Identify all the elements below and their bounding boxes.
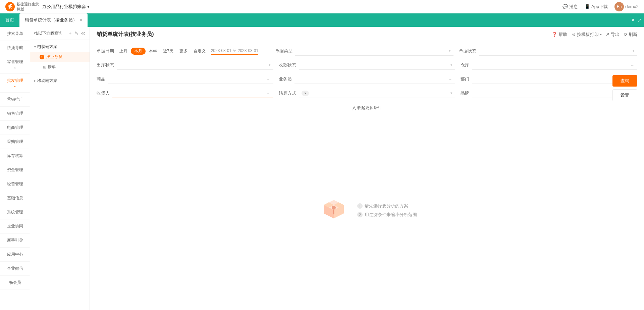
tag-close-icon[interactable]: × — [304, 91, 306, 95]
sidebar-item-wechat[interactable]: 企业微信 — [0, 262, 30, 276]
doc-type-arrow: ▾ — [449, 49, 451, 53]
sidebar-item-operations[interactable]: 经营管理 — [0, 177, 30, 191]
filter-row-3: 商品 ··· 业务员 ··· — [97, 74, 637, 84]
left-panel: 按以下方案查询 ＋ ✎ ≪ ▾ 电脑端方案 ● 按业务员 ⊞ 按单 — [30, 27, 90, 310]
tab-bar: 首页 销货单统计表（按业务员） × × ⤢ — [0, 13, 644, 27]
date-btn-more[interactable]: 更多 — [177, 48, 190, 55]
empty-tip-1: 1 请先选择要分析的方案 — [357, 203, 417, 209]
app-download-button[interactable]: 📱 App下载 — [585, 4, 608, 10]
tab-home[interactable]: 首页 — [0, 13, 19, 27]
refresh-button[interactable]: ↺ 刷新 — [624, 32, 637, 38]
top-bar: 畅 畅捷通好生意 标版 办公用品行业模拟账套 ▾ 💬 消息 📱 App下载 Ea… — [0, 0, 644, 13]
query-button[interactable]: 查询 — [612, 75, 637, 87]
date-btn-this-month[interactable]: 本月 — [131, 48, 146, 55]
date-btn-last-month[interactable]: 上月 — [117, 48, 130, 55]
goods-filter: 商品 ··· — [97, 74, 273, 84]
sub-item-icon: ⊞ — [43, 65, 46, 69]
sidebar-item-apps[interactable]: 应用中心 — [0, 248, 30, 262]
sidebar-item-ecommerce[interactable]: 电商管理 — [0, 121, 30, 135]
receiver-input[interactable]: ··· — [112, 89, 273, 98]
sidebar-item-enterprise[interactable]: 企业协同 — [0, 219, 30, 234]
goods-select[interactable]: ··· — [108, 74, 273, 84]
doc-type-label: 单据类型 — [275, 48, 292, 54]
sidebar-item-basic-info[interactable]: 基础信息 — [0, 191, 30, 205]
filter-row-4: 收货人 ··· 结算方式 × — [97, 89, 637, 98]
collapse-bar[interactable]: ⋀ 收起更多条件 — [90, 102, 644, 113]
doc-status-filter: 单据状态 ▾ — [459, 46, 637, 56]
tab-sales-stats[interactable]: 销货单统计表（按业务员） × — [19, 13, 88, 27]
logo-area: 畅 畅捷通好生意 标版 — [5, 2, 39, 11]
refresh-icon: ↺ — [624, 32, 627, 37]
export-button[interactable]: ↗ 导出 — [606, 32, 620, 38]
doc-status-select[interactable]: ▾ — [479, 46, 637, 56]
empty-illustration — [317, 195, 351, 228]
sidebar-item-finance[interactable]: 资金管理 — [0, 163, 30, 177]
doc-status-arrow: ▾ — [633, 49, 635, 53]
collapse-panel-icon[interactable]: ≪ — [80, 31, 86, 36]
settle-method-tag: × — [302, 91, 309, 96]
salesman-select[interactable]: ··· — [294, 74, 455, 84]
settings-button[interactable]: 设置 — [612, 89, 637, 101]
data-area: 1 请先选择要分析的方案 2 用过滤条件来缩小分析范围 — [90, 113, 644, 310]
collapse-button[interactable]: ⋀ 收起更多条件 — [353, 105, 381, 111]
goods-label: 商品 — [97, 76, 105, 82]
brand-filter: 品牌 ··· — [461, 89, 637, 98]
warehouse-dots: ··· — [631, 62, 635, 68]
date-btn-7days[interactable]: 近7天 — [160, 48, 176, 55]
print-button[interactable]: 🖨 按模板打印 ▾ — [571, 32, 602, 38]
date-btn-this-year[interactable]: 本年 — [146, 48, 160, 55]
user-menu[interactable]: Ea demo2 — [614, 2, 639, 11]
date-btn-custom[interactable]: 自定义 — [191, 48, 208, 55]
svg-point-5 — [332, 206, 336, 210]
scheme-item-order[interactable]: ⊞ 按单 — [30, 62, 90, 72]
scheme-group-desktop-header[interactable]: ▾ 电脑端方案 — [30, 42, 90, 52]
salesman-label: 业务员 — [279, 76, 292, 82]
page-header-actions: ❓ 帮助 🖨 按模板打印 ▾ ↗ 导出 ↺ 刷新 — [552, 32, 637, 42]
date-buttons: 上月 本月 本年 近7天 更多 自定义 — [117, 48, 208, 55]
message-button[interactable]: 💬 消息 — [562, 4, 578, 10]
settle-method-select[interactable]: × ▾ — [299, 89, 455, 98]
sidebar-item-search[interactable]: 搜索菜单 — [0, 27, 30, 41]
settle-method-arrow: ▾ — [450, 91, 452, 95]
sidebar-item-inventory[interactable]: 库存核算 — [0, 149, 30, 163]
close-window-icon[interactable]: × — [632, 17, 635, 23]
help-icon: ❓ — [552, 32, 557, 37]
sidebar: 搜索菜单 快捷导航 零售管理 ▴ 批发管理 ▴ 营销推广 销售管理 电商管理 采… — [0, 27, 30, 310]
filter-section: 单据日期 上月 本月 本年 近7天 更多 自定义 2023-03-01 至 20… — [90, 42, 644, 98]
scheme-group-mobile-header[interactable]: ▸ 移动端方案 — [30, 76, 90, 86]
sidebar-item-newbie[interactable]: 新手引导 — [0, 234, 30, 248]
sidebar-item-members[interactable]: 畅会员 — [0, 276, 30, 290]
sidebar-item-retail[interactable]: 零售管理 ▴ — [0, 55, 30, 74]
edit-scheme-icon[interactable]: ✎ — [74, 31, 78, 36]
filter-bottom: ⋀ 收起更多条件 查询 设置 — [90, 102, 644, 113]
sidebar-item-sales[interactable]: 销售管理 — [0, 107, 30, 121]
out-status-label: 出库状态 — [97, 62, 114, 68]
date-label: 单据日期 — [97, 48, 114, 54]
sidebar-item-marketing[interactable]: 营销推广 — [0, 93, 30, 107]
sidebar-item-purchase[interactable]: 采购管理 — [0, 135, 30, 149]
tab-close-icon[interactable]: × — [80, 18, 82, 22]
print-icon: 🖨 — [571, 32, 576, 37]
add-scheme-icon[interactable]: ＋ — [68, 30, 72, 36]
left-panel-actions: ＋ ✎ ≪ — [68, 30, 86, 36]
sidebar-item-system[interactable]: 系统管理 — [0, 205, 30, 219]
top-bar-right: 💬 消息 📱 App下载 Ea demo2 — [562, 2, 639, 11]
sidebar-item-quicknav[interactable]: 快捷导航 — [0, 41, 30, 55]
empty-state: 1 请先选择要分析的方案 2 用过滤条件来缩小分析范围 — [317, 195, 417, 228]
department-label: 部门 — [461, 76, 469, 82]
scheme-item-salesman[interactable]: ● 按业务员 — [30, 52, 90, 62]
app-selector[interactable]: 办公用品行业模拟账套 ▾ — [42, 4, 90, 10]
collect-status-select[interactable]: ▾ — [299, 60, 455, 70]
warehouse-select[interactable]: ··· — [472, 60, 637, 70]
out-status-select[interactable]: ▾ — [117, 60, 273, 70]
department-filter: 部门 ▾ — [461, 74, 637, 84]
scheme-group-mobile: ▸ 移动端方案 — [30, 74, 90, 88]
download-icon: 📱 — [585, 4, 590, 9]
maximize-icon[interactable]: ⤢ — [637, 17, 641, 23]
query-buttons: 查询 设置 — [612, 75, 637, 101]
help-button[interactable]: ❓ 帮助 — [552, 32, 567, 38]
doc-type-select[interactable]: ▾ — [295, 46, 453, 56]
date-range-display: 2023-03-01 至 2023-03-31 — [211, 47, 258, 55]
main-layout: 搜索菜单 快捷导航 零售管理 ▴ 批发管理 ▴ 营销推广 销售管理 电商管理 采… — [0, 27, 644, 310]
sidebar-item-wholesale[interactable]: 批发管理 ▴ — [0, 74, 30, 93]
